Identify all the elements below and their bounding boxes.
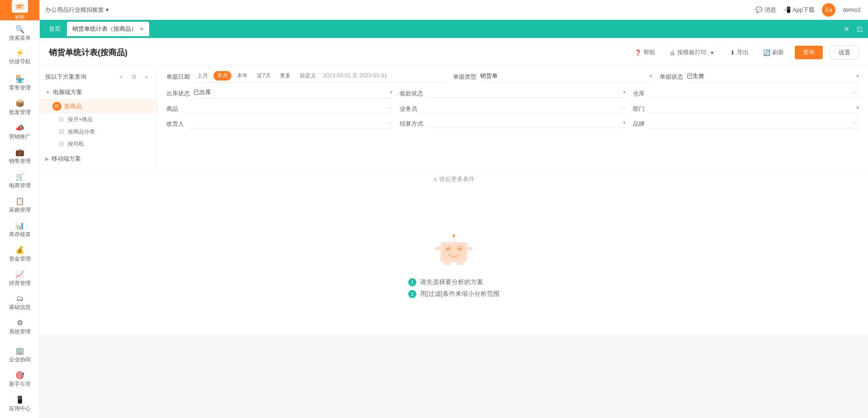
scheme-sub-item-driver[interactable]: 回 按司机 bbox=[40, 138, 157, 150]
warehouse-dots[interactable]: ··· bbox=[852, 89, 859, 96]
sidebar-item-wholesale[interactable]: 📦 批发管理 bbox=[0, 95, 40, 120]
warehouse-control[interactable]: ··· bbox=[648, 89, 859, 98]
doc-status-control[interactable]: 已生效 ▾ bbox=[687, 72, 859, 82]
date-btn-this-month[interactable]: 本月 bbox=[213, 71, 231, 81]
query-btn[interactable]: 查询 bbox=[795, 46, 823, 59]
export-btn[interactable]: ⬇ 导出 bbox=[726, 47, 752, 58]
filter-field-payment-method: 结算方式 ▾ bbox=[400, 119, 626, 128]
sidebar-item-retail[interactable]: 🏪 零售管理 bbox=[0, 71, 40, 95]
help-btn[interactable]: ❓ 帮助 bbox=[631, 47, 659, 58]
doc-type-arrow[interactable]: ▾ bbox=[650, 73, 652, 79]
sidebar-item-marketing[interactable]: 📣 营销推广 bbox=[0, 120, 40, 144]
sidebar-item-quicknav[interactable]: ⚡ 快捷导航 bbox=[0, 44, 39, 67]
app-download-btn[interactable]: 📲 App下载 bbox=[783, 6, 815, 14]
user-avatar[interactable]: Ea bbox=[822, 3, 835, 17]
empty-illustration bbox=[427, 224, 481, 269]
department-control[interactable]: ▾ bbox=[648, 104, 859, 113]
salesperson-control[interactable]: ··· bbox=[421, 104, 626, 114]
scheme-item-by-product-label: 按商品 bbox=[64, 102, 82, 110]
outstock-label: 出库状态 bbox=[166, 90, 190, 98]
sidebar-item-quicknav-label: 快捷导航 bbox=[9, 58, 31, 66]
industry-selector[interactable]: 办公用品行业模拟账套 ▾ bbox=[45, 6, 109, 14]
sidebar-item-search[interactable]: 🔍 搜索菜单 bbox=[0, 20, 39, 44]
receiver-dots[interactable]: ··· bbox=[386, 119, 392, 126]
collapse-icon: ∧ bbox=[433, 176, 438, 183]
scheme-item-by-product[interactable]: 按 按商品 bbox=[40, 99, 157, 114]
step-1-text: 请先选择要分析的方案 bbox=[420, 278, 483, 286]
sidebar-item-purchase[interactable]: 📋 采购管理 bbox=[0, 193, 40, 218]
outstock-control[interactable]: 已出库 ▾ bbox=[193, 88, 392, 99]
brand-control[interactable]: ··· bbox=[648, 119, 859, 128]
scheme-settings-btn[interactable]: ⚙ bbox=[129, 72, 139, 82]
sidebar-item-inventory-label: 库存核算 bbox=[9, 231, 31, 238]
message-label: 消息 bbox=[764, 6, 776, 14]
scheme-category-mobile[interactable]: ▶ 移动端方案 bbox=[40, 152, 157, 166]
collapse-more-btn[interactable]: ∧ 收起更多条件 bbox=[40, 170, 868, 188]
step-num-1: 1 bbox=[408, 278, 416, 286]
template-print-arrow[interactable]: ▾ bbox=[708, 49, 716, 56]
filter-field-date: 单据日期 上月 本月 本年 近7天 更多 自定义 20 bbox=[166, 71, 446, 83]
appcenter-icon: 📱 bbox=[15, 395, 24, 404]
receipt-status-arrow[interactable]: ▾ bbox=[623, 89, 626, 95]
tab-sales-stat[interactable]: 销货单统计表（按商品） ✕ bbox=[67, 22, 149, 36]
enterprise-icon: 🏢 bbox=[15, 347, 24, 355]
date-btn-last-month[interactable]: 上月 bbox=[193, 71, 212, 81]
refresh-btn[interactable]: 🔄 刷新 bbox=[760, 47, 788, 58]
template-print-btn[interactable]: 🖨 按模板打印 ▾ bbox=[666, 47, 719, 58]
sidebar-item-newbie[interactable]: 🎯 新手引导 bbox=[0, 367, 40, 392]
scheme-add-btn[interactable]: + bbox=[116, 72, 126, 82]
payment-method-control[interactable]: ▾ bbox=[427, 119, 626, 128]
department-arrow[interactable]: ▾ bbox=[856, 104, 859, 111]
date-btn-custom[interactable]: 自定义 bbox=[296, 71, 320, 81]
app-logo[interactable]: 标账 bbox=[0, 0, 40, 20]
tab-restore-btn[interactable]: ⊡ bbox=[855, 23, 864, 35]
product-dots[interactable]: ··· bbox=[386, 104, 392, 111]
salesperson-dots[interactable]: ··· bbox=[619, 104, 626, 111]
doc-status-arrow[interactable]: ▾ bbox=[856, 73, 859, 79]
sidebar-item-enterprise[interactable]: 🏢 企业协同 bbox=[0, 343, 40, 367]
doc-status-value: 已生效 bbox=[687, 72, 854, 80]
date-btn-this-year[interactable]: 本年 bbox=[233, 71, 251, 81]
sidebar-item-appcenter[interactable]: 📱 应用中心 bbox=[0, 392, 40, 416]
outstock-arrow[interactable]: ▾ bbox=[390, 89, 392, 95]
payment-method-arrow[interactable]: ▾ bbox=[623, 119, 626, 126]
sidebar-item-basic[interactable]: 🗂 基础信息 bbox=[0, 291, 40, 315]
tab-close-btn[interactable]: ✕ bbox=[842, 23, 851, 35]
filter-field-doc-status: 单据状态 已生效 ▾ bbox=[660, 72, 859, 82]
scheme-sub-item-category[interactable]: 回 按商品分类 bbox=[40, 126, 157, 138]
tab-home[interactable]: 首页 bbox=[43, 22, 66, 36]
user-name[interactable]: demo2 bbox=[843, 6, 861, 13]
tab-sales-stat-close[interactable]: ✕ bbox=[140, 26, 144, 32]
date-quick-btns: 上月 本月 本年 近7天 更多 自定义 bbox=[193, 71, 320, 81]
scheme-sub-item-driver-label: 按司机 bbox=[68, 140, 84, 148]
scheme-category-desktop[interactable]: ▼ 电脑端方案 bbox=[40, 86, 157, 99]
scheme-collapse-btn[interactable]: « bbox=[142, 72, 151, 82]
sidebar-item-ecommerce[interactable]: 🛒 电商管理 bbox=[0, 169, 40, 193]
sidebar-item-newbie-label: 新手引导 bbox=[9, 380, 31, 388]
filter-field-brand: 品牌 ··· bbox=[633, 119, 859, 128]
sidebar-item-system[interactable]: ⚙ 系统管理 bbox=[0, 315, 40, 339]
message-btn[interactable]: 💬 消息 bbox=[755, 6, 776, 14]
sidebar-item-wechat[interactable]: 💬 企业微信 bbox=[0, 416, 40, 418]
ecommerce-icon: 🛒 bbox=[15, 172, 24, 181]
date-btn-7days[interactable]: 近7天 bbox=[253, 71, 274, 81]
date-btn-more[interactable]: 更多 bbox=[276, 71, 294, 81]
sidebar-item-finance[interactable]: 💰 资金管理 bbox=[0, 242, 40, 266]
filter-field-warehouse: 仓库 ··· bbox=[633, 89, 859, 98]
sidebar-item-inventory[interactable]: 📊 库存核算 bbox=[0, 218, 40, 242]
receiver-control[interactable]: ··· bbox=[188, 119, 392, 128]
settings-label: 设置 bbox=[839, 49, 850, 56]
receipt-status-control[interactable]: ▾ bbox=[427, 89, 626, 98]
mobile-category-expand-icon: ▶ bbox=[45, 156, 49, 162]
sidebar-item-operation[interactable]: 📈 经营管理 bbox=[0, 266, 40, 291]
product-control[interactable]: ··· bbox=[182, 104, 392, 114]
doc-type-control[interactable]: 销货单 ▾ bbox=[480, 72, 652, 82]
export-label: 导出 bbox=[737, 48, 749, 57]
system-icon: ⚙ bbox=[17, 318, 23, 327]
filter-field-salesperson: 业务员 ··· bbox=[400, 104, 626, 114]
brand-dots[interactable]: ··· bbox=[852, 119, 859, 126]
sidebar-item-sales[interactable]: 💼 销售管理 bbox=[0, 144, 40, 169]
top-header: 办公用品行业模拟账套 ▾ 💬 消息 📲 App下载 Ea demo2 bbox=[40, 0, 868, 20]
settings-btn[interactable]: 设置 bbox=[830, 45, 859, 60]
scheme-sub-item-month-product[interactable]: 目 按月+商品 bbox=[40, 114, 157, 126]
